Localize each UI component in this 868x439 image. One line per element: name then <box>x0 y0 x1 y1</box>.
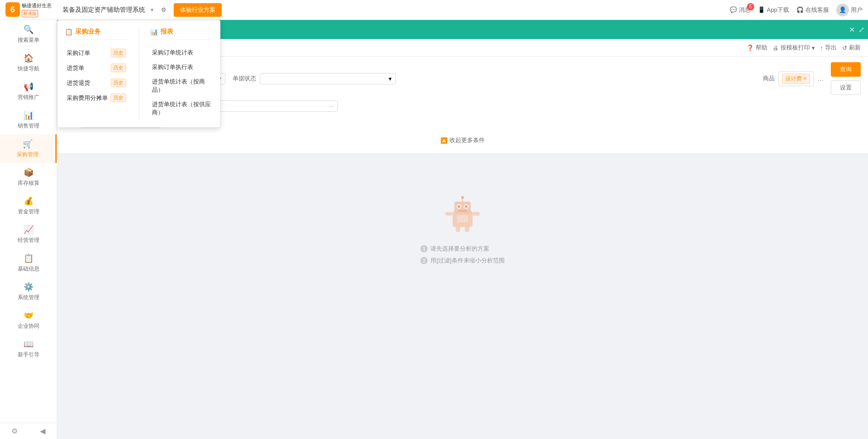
export-btn[interactable]: ↑ 导出 <box>820 44 837 52</box>
print-icon: 🖨 <box>773 44 779 51</box>
refresh-label: 刷新 <box>849 44 861 52</box>
sidebar-item-nav[interactable]: 🏠 快捷导航 <box>0 49 57 77</box>
help-btn[interactable]: ❓ 帮助 <box>746 44 767 52</box>
purchase-order-history[interactable]: 历史 <box>111 49 126 57</box>
sidebar-item-system[interactable]: ⚙️ 系统管理 <box>0 277 57 306</box>
sidebar-item-marketing[interactable]: 📢 营销推广 <box>0 77 57 106</box>
sidebar-label-operations: 经营管理 <box>18 237 39 244</box>
goods-receipt-history[interactable]: 历史 <box>111 64 126 72</box>
industry-btn[interactable]: 体验行业方案 <box>174 3 222 17</box>
setting-btn[interactable]: 设置 <box>831 80 861 95</box>
menu-item-receipt-by-supplier[interactable]: 进货单统计表（按供应商） <box>150 97 213 120</box>
receipt-by-goods-label: 进货单统计表（按商品） <box>152 78 211 94</box>
logo-icon: 6 <box>5 2 20 17</box>
empty-tip-1: 1 请先选择要分析的方案 <box>420 243 504 255</box>
app-download-btn[interactable]: 📱 App下载 <box>758 6 789 14</box>
sidebar-item-basics[interactable]: 📋 基础信息 <box>0 249 57 277</box>
sidebar-item-search[interactable]: 🔍 搜索菜单 <box>0 20 57 49</box>
goods-return-history[interactable]: 历史 <box>111 79 126 87</box>
query-btn[interactable]: 查询 <box>831 62 861 77</box>
print-label: 按模板打印 <box>780 44 810 52</box>
sidebar-item-finance[interactable]: 💰 资金管理 <box>0 192 57 220</box>
print-btn[interactable]: 🖨 按模板打印 ▾ <box>773 44 815 52</box>
top-bar: 6 畅捷通好生意 标准版 装备及固定资产辅助管理系统 ▾ ⚙ 体验行业方案 💬 … <box>0 0 868 20</box>
menu-item-order-stats[interactable]: 采购订单统计表 <box>150 45 213 60</box>
menu-item-purchase-expense[interactable]: 采购费用分摊单 历史 <box>65 90 128 105</box>
user-avatar: 👤 <box>836 4 849 16</box>
goods-tag-label: 设计费 <box>785 75 802 83</box>
tab-expand-icon[interactable]: ⤢ <box>858 25 864 34</box>
empty-illustration <box>440 190 485 236</box>
goods-input[interactable]: 设计费 × <box>778 71 814 86</box>
menu-item-order-exec[interactable]: 采购订单执行表 <box>150 60 213 74</box>
sidebar-item-purchase[interactable]: 🛒 采购管理 <box>0 134 57 163</box>
voucher-status-input[interactable]: ▾ <box>260 73 396 84</box>
user-label: 用户 <box>851 6 863 14</box>
purchase-icon: 🛒 <box>23 139 33 149</box>
app-label: App下载 <box>767 6 789 14</box>
goods-return-label: 进货退货 <box>67 79 90 87</box>
msg-badge: 5 <box>747 3 754 10</box>
sidebar-item-sales[interactable]: 📊 销售管理 <box>0 106 57 134</box>
marketing-icon: 📢 <box>24 82 34 92</box>
logo-badge: 标准版 <box>22 10 38 17</box>
search-icon: 🔍 <box>24 25 34 35</box>
settings-icon[interactable]: ⚙ <box>157 4 170 16</box>
purchase-dropdown-menu: 📋 采购业务 采购订单 历史 进货单 历史 进货退货 历史 采购费用分摊单 历史… <box>57 20 220 128</box>
sidebar-item-inventory[interactable]: 📦 库存核算 <box>0 163 57 192</box>
bottom-collapse-icon[interactable]: ◀ <box>40 427 45 435</box>
sidebar-label-nav: 快捷导航 <box>18 65 39 73</box>
goods-dots[interactable]: ... <box>818 74 824 83</box>
menu-divider <box>139 28 139 120</box>
service-label: 在线客服 <box>805 6 829 14</box>
headset-icon: 🎧 <box>796 6 804 13</box>
sidebar-item-operations[interactable]: 📈 经营管理 <box>0 220 57 249</box>
goods-tag-close-icon[interactable]: × <box>804 75 807 82</box>
sidebar-item-cooperation[interactable]: 🤝 企业协同 <box>0 306 57 335</box>
msg-btn[interactable]: 💬 消息 5 <box>730 6 751 14</box>
goods-receipt-label: 进货单 <box>67 64 84 72</box>
home-icon: 🏠 <box>24 53 34 63</box>
menu-item-goods-receipt[interactable]: 进货单 历史 <box>65 60 128 75</box>
staff-group: 业务员 ··· <box>180 100 861 112</box>
help-icon: ❓ <box>746 44 754 51</box>
tab-close-window-icon[interactable]: ✕ <box>849 25 855 34</box>
sidebar-label-guide: 新手引导 <box>18 351 39 359</box>
top-bar-title: 装备及固定资产辅助管理系统 ▾ ⚙ 体验行业方案 <box>63 3 730 17</box>
refresh-icon: ↺ <box>842 44 847 51</box>
svg-rect-1 <box>454 202 471 213</box>
purchase-expense-history[interactable]: 历史 <box>111 94 126 102</box>
voucher-status-group: 单据状态 ▾ <box>233 73 755 84</box>
sidebar-label-system: 系统管理 <box>18 294 39 301</box>
export-label: 导出 <box>825 44 837 52</box>
sidebar-label-finance: 资金管理 <box>18 208 39 216</box>
empty-tip-2: 2 用[过滤]条件来缩小分析范围 <box>420 255 504 266</box>
menu-item-goods-return[interactable]: 进货退货 历史 <box>65 75 128 90</box>
user-btn[interactable]: 👤 用户 <box>836 4 863 16</box>
sidebar-label-cooperation: 企业协同 <box>18 322 39 330</box>
menu-item-purchase-order[interactable]: 采购订单 历史 <box>65 45 128 60</box>
logo-text-block: 畅捷通好生意 标准版 <box>22 2 52 17</box>
empty-tip-1-text: 请先选择要分析的方案 <box>430 243 489 255</box>
collapse-btn[interactable]: 🔼 收起更多条件 <box>64 133 861 148</box>
collapse-up-icon: 🔼 <box>440 137 448 144</box>
purchase-order-label: 采购订单 <box>67 49 90 57</box>
staff-dots: ··· <box>329 103 334 109</box>
sidebar-item-guide[interactable]: 📖 新手引导 <box>0 335 57 363</box>
purchase-expense-label: 采购费用分摊单 <box>67 94 108 102</box>
svg-rect-10 <box>473 212 480 216</box>
sidebar-label-sales: 销售管理 <box>18 122 39 130</box>
menu-section-purchase: 📋 采购业务 采购订单 历史 进货单 历史 进货退货 历史 采购费用分摊单 历史 <box>65 28 128 120</box>
sidebar-label-inventory: 库存核算 <box>18 179 39 187</box>
title-arrow-icon[interactable]: ▾ <box>151 6 154 13</box>
bottom-settings-icon[interactable]: ⚙ <box>11 427 18 435</box>
logo-name: 畅捷通好生意 <box>22 2 52 9</box>
refresh-btn[interactable]: ↺ 刷新 <box>842 44 861 52</box>
msg-icon: 💬 <box>730 6 737 13</box>
staff-input[interactable]: ··· <box>202 100 338 112</box>
reports-section-icon: 📊 <box>150 28 158 35</box>
service-btn[interactable]: 🎧 在线客服 <box>796 6 829 14</box>
sidebar-label-purchase: 采购管理 <box>17 151 39 158</box>
menu-item-receipt-by-goods[interactable]: 进货单统计表（按商品） <box>150 74 213 97</box>
sidebar-label-marketing: 营销推广 <box>18 94 39 101</box>
